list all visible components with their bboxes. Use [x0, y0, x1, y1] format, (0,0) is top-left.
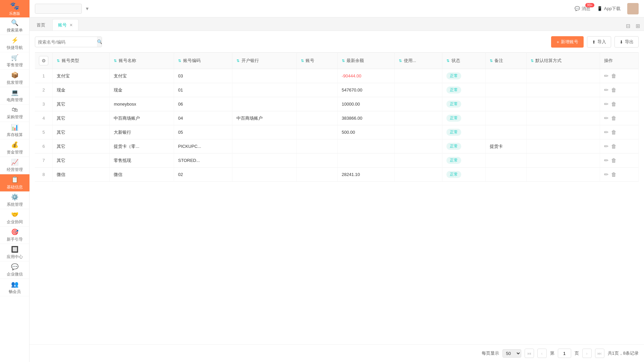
edit-button[interactable]: ✏ — [604, 157, 608, 164]
sidebar-item-ecommerce[interactable]: 💻 电商管理 — [0, 87, 30, 105]
col-actions-label: 操作 — [604, 58, 613, 63]
row-balance: 500.00 — [337, 125, 394, 139]
add-account-button[interactable]: + 新增账号 — [551, 36, 584, 48]
edit-button[interactable]: ✏ — [604, 171, 608, 178]
delete-button[interactable]: 🗑 — [611, 115, 616, 121]
edit-button[interactable]: ✏ — [604, 87, 608, 93]
message-button[interactable]: 💬 消息 99+ — [575, 6, 590, 12]
sidebar-item-system[interactable]: ⚙️ 系统管理 — [0, 192, 30, 209]
row-status: 正常 — [442, 69, 485, 83]
page-input[interactable] — [558, 349, 571, 358]
sidebar-item-purchase[interactable]: 🛍 采购管理 — [0, 105, 30, 122]
sidebar-item-search[interactable]: 🔍 搜索菜单 — [0, 17, 30, 35]
toolbar: 🔍 + 新增账号 ⬆ 导入 ⬇ 导出 — [35, 36, 639, 48]
ecommerce-icon: 💻 — [11, 89, 18, 96]
search-input[interactable] — [35, 40, 97, 45]
global-search[interactable] — [35, 4, 82, 14]
delete-button[interactable]: 🗑 — [611, 73, 616, 79]
page-size-label: 每页显示 — [482, 350, 499, 356]
sidebar-item-inventory[interactable]: 📊 库存核算 — [0, 122, 30, 139]
last-page-button[interactable]: ⏭ — [595, 349, 604, 358]
sidebar-item-enterprise-wechat[interactable]: 💬 企业微信 — [0, 261, 30, 279]
edit-button[interactable]: ✏ — [604, 73, 608, 79]
sidebar-item-label: 基础信息 — [7, 184, 23, 190]
col-type[interactable]: ⇅ 账号类型 — [53, 53, 110, 69]
col-default-settlement[interactable]: ⇅ 默认结算方式 — [526, 53, 600, 69]
sort-icon-type: ⇅ — [57, 59, 60, 63]
row-account — [297, 168, 337, 182]
col-note[interactable]: ⇅ 备注 — [485, 53, 526, 69]
wholesale-icon: 📦 — [11, 71, 18, 79]
settings-gear-button[interactable]: ⚙ — [39, 56, 48, 65]
edit-button[interactable]: ✏ — [604, 101, 608, 107]
user-avatar[interactable] — [627, 3, 639, 14]
page-label: 第 — [550, 350, 554, 356]
col-code[interactable]: ⇅ 账号编码 — [174, 53, 232, 69]
row-type: 其它 — [53, 125, 110, 139]
add-icon: + — [556, 40, 559, 45]
delete-button[interactable]: 🗑 — [611, 158, 616, 164]
row-no: 6 — [35, 139, 53, 154]
col-account[interactable]: ⇅ 账号 — [297, 53, 337, 69]
row-settlement — [526, 83, 600, 97]
sidebar-item-operations[interactable]: 📈 经营管理 — [0, 157, 30, 174]
delete-button[interactable]: 🗑 — [611, 172, 616, 178]
row-actions: ✏ 🗑 — [600, 97, 638, 111]
tab-accounts[interactable]: 账号 ✕ — [52, 19, 78, 31]
row-settlement — [526, 125, 600, 139]
row-settlement — [526, 168, 600, 182]
tab-close-button[interactable]: ✕ — [69, 23, 73, 27]
sidebar-item-retail[interactable]: 🛒 零售管理 — [0, 52, 30, 70]
search-menu-icon: 🔍 — [11, 19, 18, 26]
inventory-icon: 📊 — [11, 124, 18, 131]
tab-home[interactable]: 首页 — [31, 19, 51, 31]
prev-page-button[interactable]: ‹ — [537, 349, 547, 358]
col-usage[interactable]: ⇅ 使用... — [395, 53, 442, 69]
page-size-select[interactable]: 50 100 200 — [502, 349, 521, 358]
col-status[interactable]: ⇅ 状态 — [442, 53, 485, 69]
sidebar-item-basic-info[interactable]: 📋 基础信息 — [0, 174, 30, 192]
row-actions: ✏ 🗑 — [600, 83, 638, 97]
next-page-button[interactable]: › — [582, 349, 592, 358]
sidebar-item-wholesale[interactable]: 📦 批发管理 — [0, 70, 30, 87]
row-code: 03 — [174, 69, 232, 83]
sidebar-item-member[interactable]: 👥 畅会员 — [0, 279, 30, 296]
message-badge: 99+ — [585, 3, 594, 7]
app-download-button[interactable]: 📱 App下载 — [597, 6, 621, 12]
sidebar-item-quicknav[interactable]: ⚡ 快捷导航 — [0, 35, 30, 52]
row-name: 零售抵现 — [110, 154, 174, 168]
row-account — [297, 69, 337, 83]
tab-maximize-button[interactable]: ⊞ — [634, 21, 641, 31]
delete-button[interactable]: 🗑 — [611, 143, 616, 149]
row-balance: 10000.00 — [337, 97, 394, 111]
first-page-button[interactable]: ⏮ — [525, 349, 534, 358]
row-status: 正常 — [442, 139, 485, 154]
sidebar-item-cooperation[interactable]: 🤝 企业协同 — [0, 209, 30, 227]
row-actions: ✏ 🗑 — [600, 111, 638, 125]
import-button[interactable]: ⬆ 导入 — [587, 36, 611, 48]
col-account-label: 账号 — [306, 58, 314, 63]
edit-button[interactable]: ✏ — [604, 129, 608, 135]
delete-button[interactable]: 🗑 — [611, 101, 616, 107]
row-no: 8 — [35, 168, 53, 182]
dropdown-trigger[interactable]: ▾ — [86, 5, 89, 12]
delete-button[interactable]: 🗑 — [611, 129, 616, 135]
edit-button[interactable]: ✏ — [604, 115, 608, 121]
row-name: 大新银行 — [110, 125, 174, 139]
sidebar-item-finance[interactable]: 💰 资金管理 — [0, 139, 30, 157]
search-button[interactable]: 🔍 — [97, 37, 102, 47]
row-no: 4 — [35, 111, 53, 125]
sidebar-item-appcenter[interactable]: 🔲 应用中心 — [0, 244, 30, 261]
col-bank[interactable]: ⇅ 开户银行 — [232, 53, 297, 69]
sidebar-item-guide[interactable]: 🎯 新手引导 — [0, 227, 30, 244]
row-bank — [232, 139, 297, 154]
row-code: 06 — [174, 97, 232, 111]
col-name[interactable]: ⇅ 账号名称 — [110, 53, 174, 69]
col-name-label: 账号名称 — [119, 58, 136, 63]
export-button[interactable]: ⬇ 导出 — [614, 36, 639, 48]
tab-minimize-button[interactable]: ⊟ — [625, 21, 632, 31]
col-balance[interactable]: ⇅ 最新余额 — [337, 53, 394, 69]
sort-icon-name: ⇅ — [114, 59, 117, 63]
edit-button[interactable]: ✏ — [604, 143, 608, 149]
delete-button[interactable]: 🗑 — [611, 87, 616, 93]
